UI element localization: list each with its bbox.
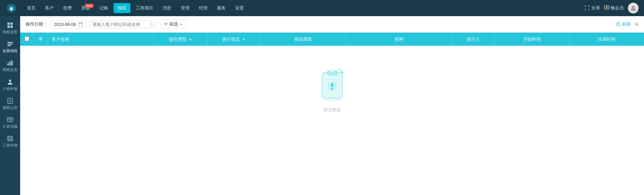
fullscreen-icon	[585, 5, 590, 11]
svg-line-32	[152, 25, 153, 26]
th-checkbox[interactable]	[20, 33, 34, 46]
nav-operation[interactable]: 经营	[195, 3, 212, 13]
user-avatar[interactable]	[628, 3, 639, 13]
nav-account[interactable]: 记账	[95, 3, 112, 13]
svg-rect-8	[7, 42, 13, 43]
record-icon	[6, 97, 14, 105]
date-label: 操作日期：	[26, 21, 47, 27]
svg-rect-7	[10, 26, 13, 28]
svg-rect-12	[9, 62, 11, 66]
svg-rect-10	[7, 45, 11, 46]
empty-state: 暂无数据	[20, 46, 644, 133]
th-gear[interactable]	[34, 33, 47, 46]
svg-point-3	[632, 6, 635, 8]
nav-fee[interactable]: 收费	[59, 3, 76, 13]
nav-service[interactable]: 服务	[213, 3, 230, 13]
annual-icon	[6, 135, 14, 142]
search-input[interactable]	[92, 22, 149, 27]
content-area: 操作日期： 2023-06-06	[20, 16, 644, 195]
settlement-icon	[6, 116, 14, 123]
th-start-time: 开始时间	[495, 33, 569, 46]
sidebar-item-batch-tax[interactable]: 批量报税	[1, 38, 19, 56]
top-nav-right: 全屏 畅会员	[585, 3, 639, 13]
th-end-time: 结束时间	[569, 33, 644, 46]
svg-rect-6	[7, 26, 10, 28]
th-error-reason: 错误原因	[260, 33, 346, 46]
th-tax-type: 税种	[346, 33, 452, 46]
nav-home[interactable]: 首页	[23, 3, 40, 13]
invoice-badge: new	[85, 4, 93, 8]
grid-icon	[6, 22, 14, 29]
sidebar-label-tax-record: 报税记录	[3, 106, 17, 110]
refresh-button[interactable]: 刷新	[616, 21, 631, 27]
nav-invoice[interactable]: 票据 new	[77, 3, 94, 13]
sidebar-item-tax-summary[interactable]: 报税总览	[1, 56, 19, 75]
svg-rect-22	[8, 136, 12, 141]
toolbar: 操作日期： 2023-06-06	[20, 16, 644, 33]
date-value: 2023-06-06	[54, 22, 76, 27]
table-header-row: 客户名称 操作类型 ▼ 执行状态 ▼ 错误原因	[20, 33, 644, 46]
nav-customer[interactable]: 客户	[41, 3, 58, 13]
top-nav: 首页 客户 收费 票据 new 记账 报税 工商项目 消息 管理 经营 服务 设…	[0, 0, 644, 16]
sidebar-item-tax-record[interactable]: 报税记录	[1, 94, 19, 113]
th-customer: 客户名称	[47, 33, 154, 46]
member-icon	[604, 5, 609, 11]
table-container: 客户名称 操作类型 ▼ 执行状态 ▼ 错误原因	[20, 33, 644, 195]
nav-message[interactable]: 消息	[159, 3, 175, 13]
nav-tax[interactable]: 报税	[114, 3, 130, 13]
svg-rect-39	[330, 70, 335, 72]
search-box[interactable]	[89, 21, 157, 28]
chevron-down-icon	[179, 23, 183, 26]
sidebar-item-annual-report[interactable]: 工商年报	[1, 132, 19, 150]
svg-point-42	[331, 88, 333, 90]
th-executor: 执行人	[452, 33, 495, 46]
calendar-icon	[78, 22, 83, 27]
table-body: 暂无数据	[20, 46, 644, 133]
sidebar-label-annual-report: 工商年报	[3, 143, 17, 148]
svg-rect-27	[79, 23, 83, 26]
data-table: 客户名称 操作类型 ▼ 执行状态 ▼ 错误原因	[20, 33, 644, 133]
empty-state-row: 暂无数据	[20, 46, 644, 133]
filter-label: 筛选	[169, 21, 178, 27]
sidebar-item-tax-settings[interactable]: 报税设置	[1, 19, 19, 37]
empty-text: 暂无数据	[324, 107, 341, 113]
person-icon	[6, 78, 14, 86]
svg-point-46	[323, 98, 342, 101]
refresh-label: 刷新	[622, 21, 631, 27]
sidebar-item-personal-tax[interactable]: 个税申报	[1, 76, 19, 94]
search-icon	[150, 22, 154, 27]
sidebar-label-tax-settings: 报税设置	[3, 30, 17, 34]
nav-manage[interactable]: 管理	[177, 3, 194, 13]
sidebar-item-settlement[interactable]: 汇算清缴	[1, 113, 19, 131]
svg-rect-11	[7, 64, 9, 66]
th-exec-status[interactable]: 执行状态 ▼	[207, 33, 261, 46]
fullscreen-button[interactable]: 全屏	[585, 5, 600, 11]
svg-rect-9	[7, 44, 13, 44]
refresh-icon	[616, 22, 621, 27]
svg-point-45	[341, 71, 343, 73]
app-logo[interactable]	[5, 2, 17, 14]
date-picker[interactable]: 2023-06-06	[51, 21, 86, 28]
svg-rect-5	[10, 23, 13, 25]
svg-point-31	[151, 23, 153, 25]
svg-point-36	[40, 38, 41, 40]
sidebar-label-personal-tax: 个税申报	[3, 87, 17, 91]
svg-rect-4	[7, 23, 10, 25]
svg-rect-41	[332, 83, 333, 87]
filter-icon	[164, 22, 168, 27]
close-button[interactable]: ✕	[634, 21, 639, 28]
filter-button[interactable]: 筛选	[160, 20, 186, 29]
sidebar: 报税设置 批量报税 报税总览	[0, 16, 20, 195]
select-all-checkbox[interactable]	[25, 36, 29, 41]
svg-rect-19	[7, 118, 13, 122]
settings-icon	[38, 36, 43, 41]
member-button[interactable]: 畅会员	[604, 5, 624, 11]
svg-rect-15	[8, 98, 12, 104]
exec-status-filter-icon: ▼	[242, 38, 245, 41]
sidebar-label-settlement: 汇算清缴	[3, 124, 17, 129]
sidebar-label-batch-tax: 批量报税	[3, 49, 17, 53]
nav-industry[interactable]: 工商项目	[132, 3, 157, 13]
th-op-type[interactable]: 操作类型 ▼	[154, 33, 207, 46]
svg-point-14	[9, 79, 11, 82]
nav-settings[interactable]: 设置	[231, 3, 248, 13]
